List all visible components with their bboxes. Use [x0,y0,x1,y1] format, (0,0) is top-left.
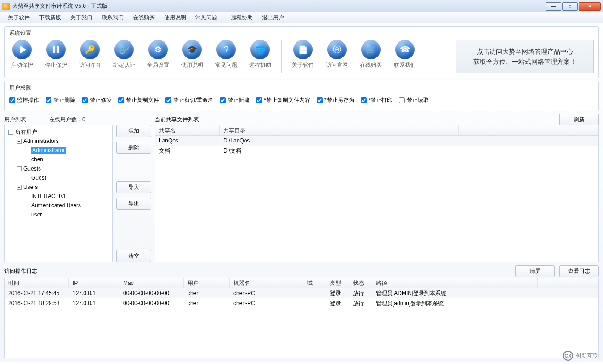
tree-user[interactable]: INTERACTIVE [31,193,68,199]
tree-root[interactable]: 所有用户 [15,129,37,135]
menu-item[interactable]: 使用说明 [159,12,191,23]
perm-checkbox[interactable]: 禁止删除 [46,97,75,104]
toolbar-button-link[interactable]: 🔗绑定认证 [111,40,137,69]
watermark-text: 创新互联 [576,352,598,360]
log-col-header[interactable]: 类型 [326,278,349,288]
refresh-button[interactable]: 刷新 [559,114,599,125]
app-icon [2,3,10,10]
perm-checkbox[interactable]: 禁止新建 [220,97,250,104]
user-tree[interactable]: −所有用户−AdministratorsAdministratorchen−Gu… [4,125,113,262]
perm-checkbox[interactable]: 禁止剪切/重命名 [165,97,213,104]
checkbox[interactable] [165,97,171,103]
toolbar-button-play[interactable]: 启动保护 [9,40,35,69]
log-col-header[interactable]: 域 [303,278,326,288]
checkbox[interactable] [82,97,88,103]
log-col-header[interactable]: 机器名 [230,278,303,288]
tree-group[interactable]: Administrators [23,138,59,144]
toolbar-button-key[interactable]: 🔑访问许可 [77,40,103,69]
log-col-header[interactable]: 时间 [5,278,69,288]
log-cell: 放行 [349,298,372,308]
log-row[interactable]: 2016-03-21 18:29:58127.0.0.100-00-00-00-… [5,298,598,308]
menu-item[interactable]: 常见问题 [191,12,222,23]
checkbox[interactable] [220,97,226,103]
log-cell: 管理员[admin]登录到本系统 [372,298,538,308]
tree-group[interactable]: Users [23,184,38,190]
tree-user[interactable]: Guest [31,175,46,181]
tree-user[interactable]: chen [31,156,43,163]
perm-checkbox[interactable]: 禁止读取 [399,97,429,104]
menu-item[interactable]: 下载新版 [34,12,66,23]
promo-banner[interactable]: 点击访问大势至网络管理产品中心 获取全方位、一站式网络管理方案！ [456,40,594,73]
menu-separator [224,14,224,22]
log-cell: 127.0.0.1 [69,288,119,298]
tree-user[interactable]: Authenticated Users [31,202,81,209]
checkbox[interactable] [46,97,51,103]
clear-button[interactable]: 清空 [116,250,151,262]
menu-item[interactable]: 关于软件 [3,12,34,23]
toolbar-group-extra: 📄关于软件ⓔ访问官网🛒在线购买☎联系我们 [290,40,418,69]
toolbar-button-cart[interactable]: 🛒在线购买 [358,40,384,69]
maximize-button[interactable]: □ [562,2,578,11]
import-button[interactable]: 导入 [116,181,151,193]
tree-user[interactable]: user [31,211,42,218]
log-col-header[interactable]: Mac [119,278,184,288]
toolbar-button-doc[interactable]: 📄关于软件 [290,40,316,69]
share-cell: LanQos [155,136,220,146]
log-cell: 2016-03-21 17:45:45 [5,288,69,298]
log-cell: 管理员[ADMIN]登录到本系统 [372,288,538,298]
menu-item[interactable]: 远程协助 [226,12,257,23]
tree-group[interactable]: Guests [23,165,41,172]
perm-checkbox[interactable]: 监控操作 [9,97,39,104]
menu-item[interactable]: 退出用户 [257,12,289,23]
menu-item[interactable]: 关于我们 [66,12,97,23]
share-row[interactable]: LanQosD:\LanQos [155,136,598,146]
checkbox[interactable] [118,97,124,103]
tree-user[interactable]: Administrator [31,147,66,154]
perm-checkbox[interactable]: *禁止打印 [361,97,393,104]
perm-label: 禁止删除 [53,97,75,104]
perm-checkbox[interactable]: 禁止修改 [82,97,112,104]
share-col-header[interactable]: 共享目录 [220,125,459,135]
checkbox[interactable] [361,97,367,103]
checkbox[interactable] [9,97,15,103]
tree-toggle-icon[interactable]: − [17,185,22,190]
share-col-header[interactable]: 共享名 [155,125,220,135]
tree-toggle-icon[interactable]: − [8,130,13,135]
view-log-button[interactable]: 查看日志 [559,265,599,277]
export-button[interactable]: 导出 [116,198,151,210]
tree-toggle-icon[interactable]: − [17,166,22,171]
perm-checkbox[interactable]: *禁止另存为 [317,97,354,104]
log-col-header[interactable]: 路径 [372,278,538,288]
toolbar-button-globe[interactable]: 🌐远程协助 [247,40,273,69]
toolbar-button-help[interactable]: ?常见问题 [213,40,239,69]
perm-label: 禁止新建 [228,97,250,104]
toolbar-label: 使用说明 [181,61,203,69]
menu-item[interactable]: 在线购买 [128,12,159,23]
perm-checkbox[interactable]: 禁止复制文件 [118,97,159,104]
add-button[interactable]: 添加 [116,125,151,137]
minimize-button[interactable]: — [546,2,561,11]
log-cell: 登录 [326,288,349,298]
close-button[interactable]: ✕ [579,2,601,11]
toolbar-button-ie[interactable]: ⓔ访问官网 [324,40,350,69]
checkbox[interactable] [317,97,323,103]
toolbar-button-phone[interactable]: ☎联系我们 [392,40,418,69]
watermark-icon: CX [563,351,573,361]
toolbar-button-grad[interactable]: 🎓使用说明 [179,40,205,69]
menu-item[interactable]: 联系我们 [97,12,128,23]
checkbox[interactable] [399,97,405,103]
share-table[interactable]: 共享名共享目录 LanQosD:\LanQos文档D:\文档 [155,125,599,262]
log-col-header[interactable]: IP [69,278,119,288]
share-row[interactable]: 文档D:\文档 [155,146,598,156]
toolbar-button-gear[interactable]: ⚙全局设置 [145,40,171,69]
checkbox[interactable] [256,97,262,103]
delete-button[interactable]: 删除 [116,142,151,154]
log-row[interactable]: 2016-03-21 17:45:45127.0.0.100-00-00-00-… [5,288,598,298]
tree-toggle-icon[interactable]: − [17,139,22,144]
toolbar-button-pause[interactable]: 停止保护 [43,40,69,69]
perm-checkbox[interactable]: *禁止复制文件内容 [256,97,310,104]
log-table[interactable]: 时间IPMac用户机器名域类型状态路径 2016-03-21 17:45:451… [4,278,599,358]
log-col-header[interactable]: 用户 [184,278,230,288]
clear-log-button[interactable]: 清屏 [515,265,555,277]
log-col-header[interactable]: 状态 [349,278,372,288]
